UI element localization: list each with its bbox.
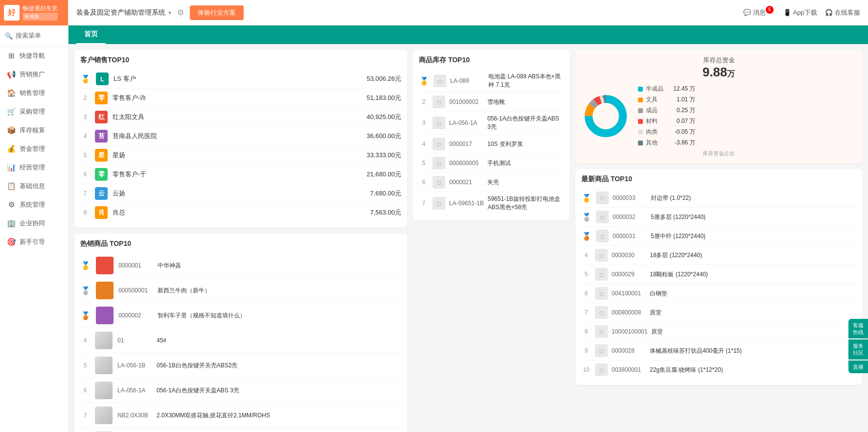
legend-list: 半成品 12.45 万 文具 1.01 万 成品 0.25 万 材料 0.07 …	[638, 85, 695, 147]
product-code: 0000033	[613, 194, 647, 201]
sidebar-item-system[interactable]: ⚙ 系统管理	[0, 195, 68, 214]
legend-item: 材料 0.07 万	[638, 117, 695, 125]
page-nav: 首页	[69, 25, 868, 44]
sidebar-item-label: 系统管理	[20, 200, 45, 209]
new-product-row: 🥇 ◻ 0000033 封边带 (1.0*22)	[581, 189, 856, 208]
customer-amount: 53,006.26元	[366, 74, 401, 83]
new-products-title: 最新商品 TOP10	[581, 175, 856, 184]
product-code: LA-089	[450, 77, 484, 84]
rank-medal: 🥇	[581, 192, 592, 203]
legend-item: 成品 0.25 万	[638, 106, 695, 115]
donut-chart	[581, 92, 630, 141]
inventory-caption: 库存资金占比	[581, 150, 856, 157]
rank-medal: 🥇	[80, 73, 91, 84]
search-menu-button[interactable]: 🔍 搜索菜单	[5, 29, 63, 42]
product-image-sm: ◻	[596, 211, 609, 223]
float-btn-live[interactable]: 直播	[848, 360, 868, 373]
product-name: 夹壳	[487, 178, 564, 187]
hot-product-row: 4 01 45#	[80, 328, 401, 353]
rank-num: 8	[581, 328, 591, 335]
product-code: LA-59651-1B	[449, 200, 484, 207]
sidebar-item-guide[interactable]: 🎯 新手引导	[0, 233, 68, 251]
new-product-row: 7 ◻ 000800008 原堂	[581, 303, 856, 322]
settings-icon[interactable]: ⚙	[177, 8, 184, 17]
new-product-row: 5 ◻ 0000029 18颗粒板 (1220*2440)	[581, 265, 856, 284]
legend-value: -0.05 万	[670, 128, 696, 136]
topbar-right: 💬 消息 6 📱 App下载 🎧 在线客服	[743, 8, 860, 17]
sidebar-item-operations[interactable]: 📊 经营管理	[0, 158, 68, 177]
product-code: 004100001	[612, 290, 646, 297]
product-name: 056-1A白色按键开关盖ABS 3壳	[487, 115, 564, 131]
customer-list: 🥇 L LS 客户 53,006.26元 2 零 零售客户-许 51,183.0…	[80, 70, 401, 222]
hot-products-title: 热销商品 TOP10	[80, 240, 401, 248]
rank-num: 5	[80, 152, 90, 159]
inventory-products-list: 🥇 ◻ LA-089 电池盖 LA-089 ABS本色+黑种 7.1克 2 ◻ …	[419, 70, 564, 215]
customer-row: 3 红 红太阳文具 40,925.00元	[80, 108, 401, 127]
hot-product-row: 5 LA-056-1B 056-1B白色按键开关壳ABS2壳	[80, 353, 401, 378]
sidebar-item-label: 基础信息	[20, 182, 45, 191]
headset-icon: 🎧	[825, 9, 833, 16]
sidebar-item-inventory[interactable]: 📦 库存核算	[0, 121, 68, 140]
sidebar-item-basic-info[interactable]: 📋 基础信息	[0, 177, 68, 195]
customer-name: 红太阳文具	[113, 113, 362, 121]
new-product-row: 🥉 ◻ 0000031 5厘中纤 (1220*2440)	[581, 227, 856, 246]
new-products-list: 🥇 ◻ 0000033 封边带 (1.0*22) 🥈 ◻ 0000032 5厘多…	[581, 189, 856, 379]
online-service-button[interactable]: 🎧 在线客服	[825, 8, 860, 17]
customer-name: 星扬	[113, 151, 362, 160]
customer-avatar: 云	[95, 187, 108, 200]
purchase-icon: 🛒	[7, 107, 16, 116]
customer-row: 2 零 零售客户-许 51,183.00元	[80, 89, 401, 108]
sidebar-item-label: 快捷导航	[20, 51, 45, 60]
sidebar-item-finance[interactable]: 💰 资金管理	[0, 140, 68, 158]
sidebar-search-section[interactable]: 🔍 搜索菜单	[0, 25, 68, 47]
rank-medal: 🥈	[80, 285, 91, 296]
customer-name: 零售客户-许	[113, 94, 362, 102]
legend-dot	[638, 141, 643, 145]
customer-amount: 51,183.00元	[366, 94, 401, 102]
product-code: 0000032	[613, 214, 647, 220]
trial-button[interactable]: 体验行业方案	[190, 5, 244, 20]
float-btn-community[interactable]: 服务 社区	[848, 339, 868, 360]
dropdown-icon[interactable]: ▾	[168, 9, 171, 16]
inventory-total-label: 库存总资金	[581, 56, 856, 65]
product-image-sm: ◻	[596, 192, 609, 204]
sidebar-item-purchase[interactable]: 🛒 采购管理	[0, 102, 68, 121]
new-product-row: 10 ◻ 003800001 22g鱼豆腐·烧烤味 (1*12*20)	[581, 360, 856, 379]
home-tab[interactable]: 首页	[76, 25, 106, 44]
hot-products-card: 热销商品 TOP10 🥇 0000001 中华神器 🥈 000500001 新西…	[74, 234, 407, 432]
guide-icon: 🎯	[7, 238, 16, 246]
inventory-product-row: 3 ◻ LA-056-1A 056-1A白色按键开关盖ABS 3壳	[419, 112, 564, 135]
customer-row: 4 苔 苔南县人民医院 36,600.00元	[80, 127, 401, 146]
sidebar-item-quick-nav[interactable]: ⊞ 快捷导航	[0, 47, 68, 65]
message-button[interactable]: 💬 消息 6	[743, 8, 776, 17]
product-image	[96, 282, 114, 299]
sidebar-item-sales[interactable]: 🏠 销售管理	[0, 84, 68, 102]
sidebar-item-label: 经营管理	[20, 163, 45, 172]
rank-num: 6	[419, 179, 429, 186]
inventory-product-row: 🥇 ◻ LA-089 电池盖 LA-089 ABS本色+黑种 7.1克	[419, 70, 564, 93]
right-panel: 库存总资金 9.88万	[575, 50, 862, 432]
app-download-button[interactable]: 📱 App下载	[783, 8, 817, 17]
rank-medal: 🥇	[419, 75, 430, 86]
sidebar-item-label: 企业协同	[20, 219, 45, 228]
sidebar-nav: ⊞ 快捷导航 📢 营销推广 🏠 销售管理 🛒 采购管理 📦 库存核算 💰 资金管…	[0, 47, 68, 432]
system-title-area: 装备及固定资产辅助管理系统 ▾	[76, 8, 171, 17]
legend-label: 成品	[646, 106, 665, 115]
product-image-sm: ◻	[434, 74, 446, 87]
sidebar-item-enterprise[interactable]: 🏢 企业协同	[0, 214, 68, 233]
product-name: 2.0X30MM双搓花轴,搓花直径2.1MM/ROHS	[157, 411, 401, 420]
product-name: 体械蒸枝味苏打饮品400毫升 (1*15)	[650, 347, 856, 355]
float-btn-service[interactable]: 客服 热线	[848, 319, 868, 339]
new-product-row: 4 ◻ 0000030 18多层 (1220*2440)	[581, 246, 856, 265]
sidebar-item-marketing[interactable]: 📢 营销推广	[0, 65, 68, 84]
product-code: 003800001	[612, 366, 646, 373]
product-image	[96, 307, 114, 324]
customer-avatar: 星	[95, 149, 108, 162]
product-code: 000800005	[449, 160, 483, 167]
customer-title-text: 客户销售TOP10	[80, 56, 129, 65]
rank-num: 3	[419, 120, 429, 126]
hot-products-title-text: 热销商品 TOP10	[80, 240, 131, 248]
sidebar-item-label: 采购管理	[20, 107, 45, 116]
basic-info-icon: 📋	[7, 182, 16, 191]
hot-product-row: 6 LA-056-1A 056-1A白色按键开关盖ABS 3壳	[80, 378, 401, 403]
